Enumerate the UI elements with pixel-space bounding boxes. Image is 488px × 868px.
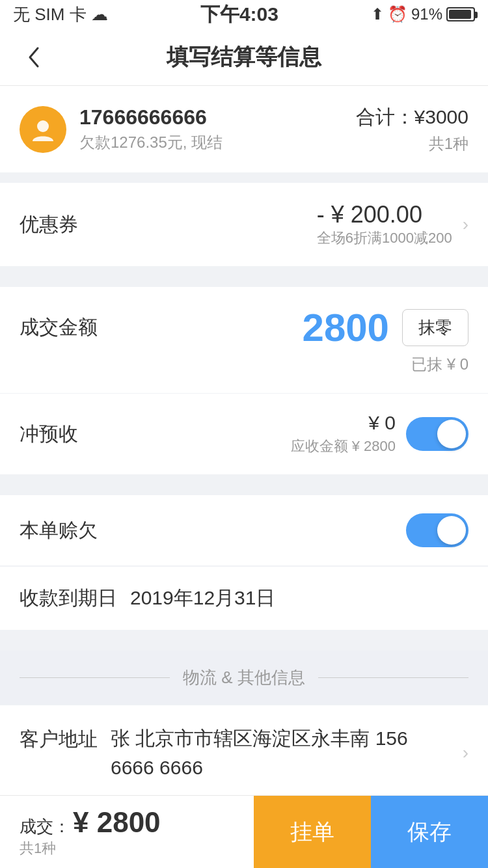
deal-amount-row: 成交金额 2800 抹零	[20, 305, 468, 350]
advance-payment-label: 冲预收	[20, 421, 78, 448]
page-title: 填写结算等信息	[48, 42, 440, 72]
bottom-bar: 成交： ¥ 2800 共1种 挂单 保存	[0, 795, 488, 868]
debt-toggle-knob	[437, 516, 466, 545]
deal-amount-sub: 已抹 ¥ 0	[20, 354, 468, 375]
toggle-knob	[437, 420, 466, 448]
status-right: ⬆ ⏰ 91%	[371, 5, 475, 23]
customer-card: 17666666666 欠款1276.35元, 现结 合计：¥3000 共1种	[0, 86, 488, 172]
advance-payment-toggle[interactable]	[406, 417, 468, 451]
total-count: 共1种	[356, 133, 468, 154]
separator-2	[0, 474, 488, 485]
address-label: 客户地址	[20, 726, 98, 753]
chevron-right-icon: ›	[463, 214, 468, 235]
advance-amount-wrap: ¥ 0 应收金额 ¥ 2800	[291, 412, 396, 456]
logistics-line-left	[20, 677, 170, 678]
customer-phone: 17666666666	[79, 105, 223, 129]
bottom-deal-label: 成交：	[20, 815, 70, 838]
due-date-section: 收款到期日 2019年12月31日	[0, 566, 488, 630]
svg-point-0	[37, 120, 49, 132]
address-section[interactable]: 客户地址 张 北京市市辖区海淀区永丰南 156 6666 6666 ›	[0, 705, 488, 800]
save-button[interactable]: 保存	[371, 796, 488, 868]
address-value: 张 北京市市辖区海淀区永丰南 156 6666 6666	[111, 724, 456, 782]
status-time: 下午4:03	[200, 1, 278, 28]
sim-label: 无 SIM 卡 ☁	[13, 3, 108, 26]
separator-1	[0, 277, 488, 287]
customer-left: 17666666666 欠款1276.35元, 现结	[20, 105, 223, 153]
location-icon: ⬆	[371, 5, 384, 23]
alarm-icon: ⏰	[388, 5, 407, 23]
due-date-label: 收款到期日	[20, 585, 117, 612]
advance-sub: 应收金额 ¥ 2800	[291, 437, 396, 456]
total-amount: 合计：¥3000	[356, 104, 468, 131]
due-date-value: 2019年12月31日	[130, 585, 275, 612]
advance-payment-right: ¥ 0 应收金额 ¥ 2800	[291, 412, 468, 456]
debt-section: 本单赊欠	[0, 495, 488, 565]
coupon-desc: 全场6折满1000减200	[317, 228, 452, 248]
coupon-right: - ¥ 200.00 全场6折满1000减200 ›	[317, 201, 468, 248]
separator-3	[0, 630, 488, 640]
customer-info: 17666666666 欠款1276.35元, 现结	[79, 105, 223, 153]
logistics-line-right	[318, 677, 468, 678]
avatar	[20, 106, 66, 153]
status-bar: 无 SIM 卡 ☁ 下午4:03 ⬆ ⏰ 91%	[0, 0, 488, 29]
coupon-label: 优惠券	[20, 211, 78, 238]
debt-label: 本单赊欠	[20, 517, 98, 544]
content-area: 17666666666 欠款1276.35元, 现结 合计：¥3000 共1种 …	[0, 86, 488, 868]
debt-toggle[interactable]	[406, 513, 468, 547]
bottom-count: 共1种	[20, 839, 234, 858]
advance-payment-row: 冲预收 ¥ 0 应收金额 ¥ 2800	[20, 412, 468, 456]
bottom-deal-row: 成交： ¥ 2800	[20, 806, 234, 839]
customer-debt: 欠款1276.35元, 现结	[79, 132, 223, 153]
deal-amount-value: 2800	[303, 305, 389, 350]
hold-button[interactable]: 挂单	[254, 796, 371, 868]
battery-label: 91%	[411, 5, 442, 23]
advance-payment-section: 冲预收 ¥ 0 应收金额 ¥ 2800	[0, 393, 488, 474]
deal-amount-right: 2800 抹零	[303, 305, 468, 350]
deal-amount-section: 成交金额 2800 抹零 已抹 ¥ 0	[0, 287, 488, 393]
coupon-row[interactable]: 优惠券 - ¥ 200.00 全场6折满1000减200 ›	[0, 183, 488, 266]
logistics-text: 物流 & 其他信息	[183, 666, 305, 689]
back-button[interactable]	[20, 43, 48, 72]
nav-bar: 填写结算等信息	[0, 29, 488, 86]
bottom-deal-amount: ¥ 2800	[73, 806, 161, 839]
status-left: 无 SIM 卡 ☁	[13, 3, 108, 26]
battery-icon	[446, 7, 475, 21]
advance-amount: ¥ 0	[291, 412, 396, 434]
logistics-header: 物流 & 其他信息	[0, 651, 488, 705]
coupon-discount: - ¥ 200.00	[317, 201, 452, 228]
address-chevron-icon: ›	[463, 742, 468, 763]
bottom-summary: 成交： ¥ 2800 共1种	[0, 796, 254, 868]
round-zero-button[interactable]: 抹零	[402, 309, 468, 346]
customer-right: 合计：¥3000 共1种	[356, 104, 468, 154]
deal-amount-label: 成交金额	[20, 314, 98, 341]
